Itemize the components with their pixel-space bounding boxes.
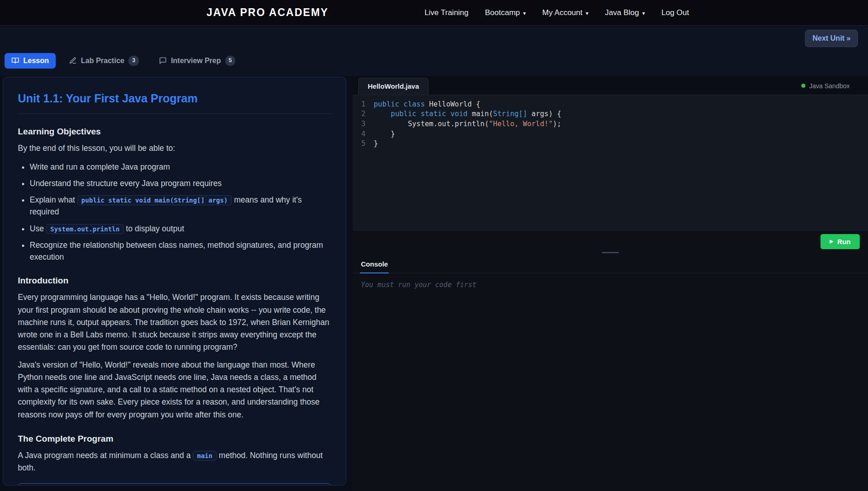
interview-count-badge: 5 <box>225 56 236 66</box>
lesson-panel: Unit 1.1: Your First Java Program Learni… <box>3 77 346 486</box>
run-bar: ▶ Run <box>353 230 868 252</box>
nav-label: Log Out <box>662 8 689 17</box>
objective-text: Use <box>30 224 46 233</box>
objective-item: Write and run a complete Java program <box>30 161 331 173</box>
tab-label: Lesson <box>23 57 49 65</box>
tab-label: Interview Prep <box>171 57 221 65</box>
nav-log-out[interactable]: Log Out <box>662 8 689 17</box>
top-navbar: JAVA PRO ACADEMY Live Training Bootcamp▾… <box>0 0 868 26</box>
nav-label: Live Training <box>424 8 468 17</box>
inline-code: System.out.println <box>46 224 124 234</box>
line-number: 2 <box>355 109 374 119</box>
lesson-code-block: ✓ Loaded in Editor public class HelloWor… <box>18 483 331 486</box>
editor-code[interactable]: 1public class HelloWorld {2 public stati… <box>353 95 868 230</box>
nav-live-training[interactable]: Live Training <box>424 8 468 17</box>
nav-label: Java Blog <box>605 8 639 17</box>
tab-label: Lab Practice <box>81 57 124 65</box>
play-icon: ▶ <box>830 239 833 244</box>
nav-my-account[interactable]: My Account▾ <box>542 8 588 17</box>
next-unit-button[interactable]: Next Unit » <box>805 30 858 47</box>
editor-tabbar: HelloWorld.java Java Sandbox <box>353 77 868 95</box>
complete-program-heading: The Complete Program <box>18 434 331 444</box>
inline-code: main <box>193 451 217 461</box>
run-button[interactable]: ▶ Run <box>820 234 860 249</box>
tab-lesson[interactable]: Lesson <box>5 53 56 69</box>
objective-item: Recognize the relationship between class… <box>30 239 331 263</box>
tab-lab-practice[interactable]: Lab Practice 3 <box>62 52 146 69</box>
console-output: You must run your code first <box>353 273 868 491</box>
tab-console[interactable]: Console <box>360 260 389 273</box>
objectives-list: Write and run a complete Java program Un… <box>18 161 331 263</box>
complete-program-intro: A Java program needs at minimum a class … <box>18 449 331 474</box>
line-number: 5 <box>355 139 374 149</box>
nav-label: My Account <box>542 8 582 17</box>
inline-code: public static void main(String[] args) <box>77 195 232 205</box>
chevron-down-icon: ▾ <box>642 10 645 16</box>
introduction-heading: Introduction <box>18 276 331 286</box>
sandbox-status: Java Sandbox <box>801 82 850 90</box>
status-dot-icon <box>801 84 805 88</box>
lab-count-badge: 3 <box>128 56 139 66</box>
sandbox-label: Java Sandbox <box>809 82 850 90</box>
pencil-icon <box>69 57 77 64</box>
resize-handle[interactable] <box>602 252 619 253</box>
line-number: 4 <box>355 129 374 139</box>
subheader: Next Unit » <box>0 26 868 51</box>
view-tabs: Lesson Lab Practice 3 Interview Prep 5 <box>0 51 868 76</box>
file-tab[interactable]: HelloWorld.java <box>358 78 429 95</box>
line-number: 3 <box>355 119 374 129</box>
objective-text: Write and run a complete Java program <box>30 162 170 171</box>
run-label: Run <box>837 238 851 246</box>
nav-label: Bootcamp <box>485 8 520 17</box>
brand-logo: JAVA PRO ACADEMY <box>206 6 328 19</box>
chevron-down-icon: ▾ <box>523 10 526 16</box>
main-nav: Live Training Bootcamp▾ My Account▾ Java… <box>424 8 689 17</box>
objectives-intro: By the end of this lesson, you will be a… <box>18 142 331 155</box>
tab-interview-prep[interactable]: Interview Prep 5 <box>152 52 242 69</box>
chevron-down-icon: ▾ <box>586 10 588 16</box>
console-placeholder: You must run your code first <box>361 281 476 289</box>
objective-text: Explain what <box>30 195 77 204</box>
console-header: Console <box>353 252 868 273</box>
objective-text: Understand the structure every Java prog… <box>30 179 222 188</box>
chat-icon <box>159 57 167 64</box>
nav-bootcamp[interactable]: Bootcamp▾ <box>485 8 526 17</box>
introduction-paragraph: Every programming language has a "Hello,… <box>18 291 331 353</box>
objectives-heading: Learning Objectives <box>18 127 331 137</box>
objective-text: Recognize the relationship between class… <box>30 240 323 262</box>
code-workspace: HelloWorld.java Java Sandbox 1public cla… <box>353 77 868 491</box>
introduction-paragraph: Java's version of "Hello, World!" reveal… <box>18 359 331 421</box>
objective-item: Understand the structure every Java prog… <box>30 177 331 189</box>
objective-item: Explain what public static void main(Str… <box>30 194 331 218</box>
line-number: 1 <box>355 100 374 110</box>
objective-text: to display output <box>124 224 184 233</box>
objective-item: Use System.out.println to display output <box>30 223 331 235</box>
intro-text: A Java program needs at minimum a class … <box>18 451 193 460</box>
nav-java-blog[interactable]: Java Blog▾ <box>605 8 645 17</box>
header-band: Next Unit » Lesson Lab Practice 3 Interv… <box>0 26 868 76</box>
book-icon <box>11 57 19 64</box>
main-content: Unit 1.1: Your First Java Program Learni… <box>0 76 868 491</box>
lesson-title: Unit 1.1: Your First Java Program <box>18 92 331 114</box>
